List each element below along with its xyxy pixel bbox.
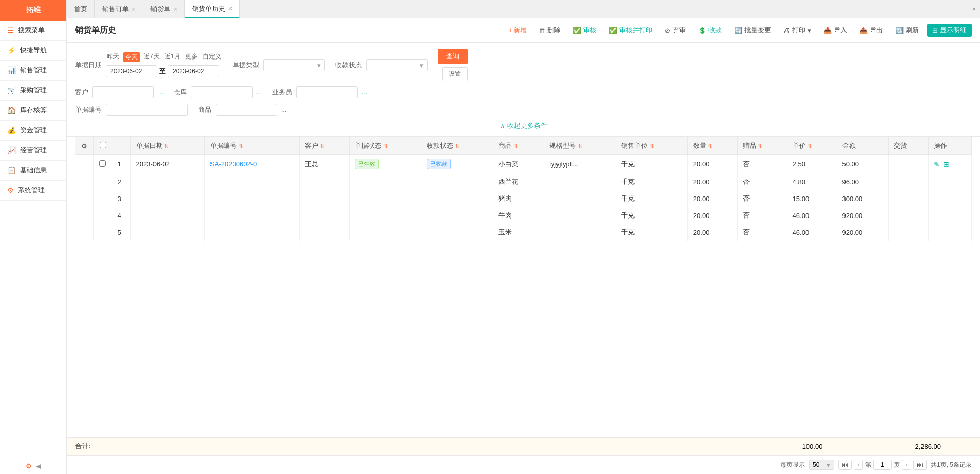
cell-qty: 20.00 [687, 190, 737, 207]
cell-spec [544, 207, 616, 224]
th-settings[interactable]: ⚙ [75, 137, 93, 155]
customer-ellipsis[interactable]: ... [158, 89, 163, 96]
cell-goods: 牛肉 [493, 207, 544, 224]
goods-input[interactable] [216, 104, 277, 116]
sidebar-label-sales: 销售管理 [20, 66, 47, 75]
cell-no: SA-20230602-0 [205, 155, 300, 173]
sidebar-settings-icon[interactable]: ⚙ [26, 462, 32, 470]
tab-home[interactable]: 首页 [67, 0, 95, 18]
date-shortcuts-container: 昨天 今天 近7天 近1月 更多 自定义 至 [106, 52, 222, 77]
doc-type-select[interactable] [263, 59, 325, 71]
th-gift[interactable]: 赠品 ⇅ [737, 137, 787, 155]
page-prev-btn[interactable]: ‹ [854, 460, 863, 470]
tab-sales-history-close[interactable]: × [228, 5, 232, 12]
sidebar-item-quick-nav[interactable]: ⚡ 快捷导航 [0, 41, 66, 61]
print-button[interactable]: 🖨 打印 ▾ [779, 24, 815, 37]
export-button[interactable]: 📤 导出 [855, 24, 887, 37]
refresh-button[interactable]: 🔃 刷新 [891, 24, 923, 37]
shortcut-yesterday[interactable]: 昨天 [106, 52, 120, 62]
settings-gear-icon[interactable]: ⚙ [81, 142, 87, 150]
row-checkbox[interactable] [99, 160, 106, 167]
cell-collect-status [421, 173, 493, 190]
cell-price: 46.00 [787, 224, 837, 241]
docno-input[interactable] [106, 104, 188, 116]
cell-goods: 玉米 [493, 224, 544, 241]
sidebar-item-base-info[interactable]: 📋 基础信息 [0, 161, 66, 181]
page-last-btn[interactable]: ⏭ [913, 460, 927, 470]
shortcut-1month[interactable]: 近1月 [164, 52, 182, 62]
staff-ellipsis[interactable]: ... [362, 89, 367, 96]
sort-no-icon: ⇅ [239, 143, 243, 149]
staff-input[interactable] [296, 86, 358, 98]
purchase-icon: 🛒 [7, 86, 16, 94]
import-button[interactable]: 📥 导入 [819, 24, 851, 37]
display-detail-button[interactable]: ⊞ 显示明细 [927, 24, 972, 37]
sidebar-item-search-menu[interactable]: ☰ 搜索菜单 [0, 21, 66, 41]
th-date[interactable]: 单据日期 ⇅ [130, 137, 205, 155]
th-collect-status[interactable]: 收款状态 ⇅ [421, 137, 493, 155]
settings-button[interactable]: 设置 [442, 67, 468, 81]
tab-sales-order[interactable]: 销售订单 × [95, 0, 143, 18]
collapse-arrow-icon: ∧ [500, 122, 505, 130]
page-first-btn[interactable]: ⏮ [838, 460, 852, 470]
abandon-button[interactable]: ⊘ 弃审 [661, 24, 690, 37]
collect-status-select[interactable] [366, 59, 428, 71]
sidebar-item-finance[interactable]: 💰 资金管理 [0, 121, 66, 141]
close-all-tabs[interactable]: × [972, 5, 976, 13]
cell-action [928, 207, 971, 224]
audit-button[interactable]: ✅ 审核 [569, 24, 601, 37]
sidebar-collapse-icon[interactable]: ◀ [36, 462, 41, 470]
delete-button[interactable]: 🗑 删除 [534, 24, 565, 37]
th-qty[interactable]: 数量 ⇅ [687, 137, 737, 155]
tab-sales-history[interactable]: 销货单历史 × [185, 0, 240, 18]
cell-gift: 否 [737, 173, 787, 190]
more-action-icon[interactable]: ⊞ [943, 160, 949, 168]
tab-sales-order-close[interactable]: × [132, 6, 136, 13]
th-no[interactable]: 单据编号 ⇅ [205, 137, 300, 155]
cell-gift: 否 [737, 207, 787, 224]
shortcut-more[interactable]: 更多 [184, 52, 199, 62]
search-menu-icon: ☰ [7, 26, 14, 34]
batch-change-button[interactable]: 🔄 批量变更 [730, 24, 775, 37]
th-spec[interactable]: 规格型号 ⇅ [544, 137, 616, 155]
tab-sales-goods[interactable]: 销货单 × [143, 0, 185, 18]
collect-button[interactable]: 💲 收款 [694, 24, 726, 37]
filter-row-3: 单据编号 商品 ... [75, 104, 972, 116]
audit-print-button[interactable]: ✅ 审核并打印 [605, 24, 657, 37]
th-price[interactable]: 单价 ⇅ [787, 137, 837, 155]
per-page-select-wrapper: 50 100 [809, 460, 834, 470]
cell-date [130, 224, 205, 241]
sidebar-item-sys-mgmt[interactable]: ⚙ 系统管理 [0, 181, 66, 201]
date-to-input[interactable] [168, 65, 219, 77]
page-next-btn[interactable]: › [902, 460, 911, 470]
sidebar-item-operations[interactable]: 📈 经营管理 [0, 141, 66, 161]
th-goods[interactable]: 商品 ⇅ [493, 137, 544, 155]
th-customer[interactable]: 客户 ⇅ [300, 137, 350, 155]
sidebar-item-inventory[interactable]: 🏠 库存核算 [0, 101, 66, 121]
select-all-checkbox[interactable] [100, 142, 106, 148]
collapse-button[interactable]: ∧ 收起更多条件 [75, 121, 972, 130]
sidebar-item-sales[interactable]: 📊 销售管理 [0, 61, 66, 81]
cell-spec: tyjyjtyjdf... [544, 155, 616, 173]
filter-warehouse-group: 仓库 ... [174, 86, 262, 98]
per-page-select[interactable]: 50 100 [809, 460, 834, 470]
doc-no-link[interactable]: SA-20230602-0 [210, 160, 257, 168]
page-total-info: 共1页, 5条记录 [931, 461, 972, 469]
th-unit[interactable]: 销售单位 ⇅ [616, 137, 687, 155]
customer-input[interactable] [92, 86, 154, 98]
collect-status-badge: 已收款 [427, 159, 451, 169]
date-from-input[interactable] [106, 65, 157, 77]
page-input[interactable] [873, 460, 892, 470]
edit-action-icon[interactable]: ✎ [934, 160, 940, 168]
sidebar-item-purchase[interactable]: 🛒 采购管理 [0, 81, 66, 101]
shortcut-custom[interactable]: 自定义 [202, 52, 222, 62]
warehouse-ellipsis[interactable]: ... [257, 89, 262, 96]
query-button[interactable]: 查询 [438, 49, 468, 64]
shortcut-7days[interactable]: 近7天 [143, 52, 161, 62]
warehouse-input[interactable] [191, 86, 253, 98]
goods-ellipsis[interactable]: ... [281, 106, 286, 113]
shortcut-today[interactable]: 今天 [123, 52, 140, 62]
tab-sales-goods-close[interactable]: × [174, 6, 177, 13]
add-button[interactable]: + 新增 [505, 24, 530, 37]
th-doc-status[interactable]: 单据状态 ⇅ [350, 137, 421, 155]
